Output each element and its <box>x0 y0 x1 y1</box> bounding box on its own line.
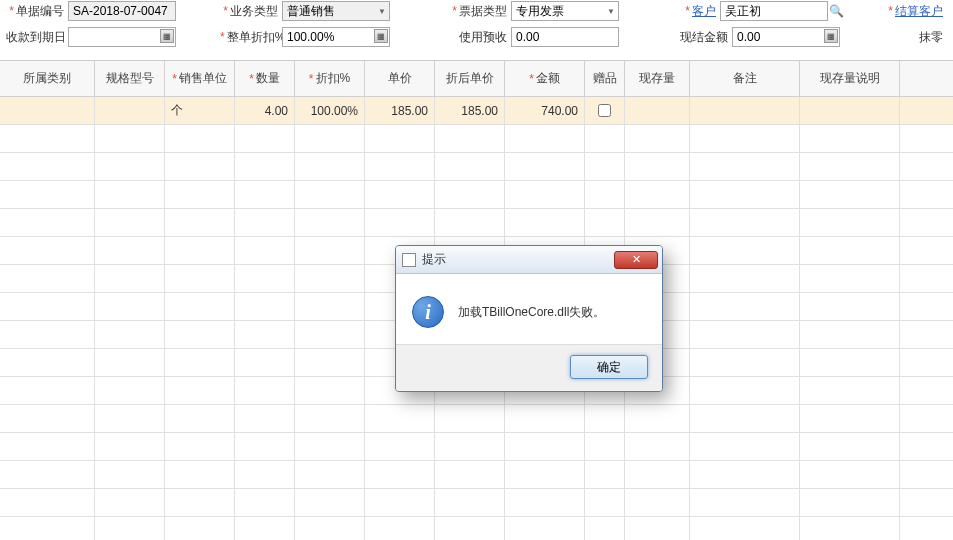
cell-discount[interactable]: 100.00% <box>295 97 365 124</box>
th-amount: *金额 <box>505 61 585 96</box>
close-icon[interactable]: ✕ <box>614 251 658 269</box>
cell-category[interactable] <box>0 97 95 124</box>
grid-header: 所属类别 规格型号 *销售单位 *数量 *折扣% 单价 折后单价 *金额 赠品 … <box>0 61 953 97</box>
table-row[interactable] <box>0 461 953 489</box>
table-row[interactable] <box>0 433 953 461</box>
th-price: 单价 <box>365 61 435 96</box>
calc-icon[interactable]: ▦ <box>374 29 388 43</box>
biz-type-label: 业务类型 <box>230 4 278 18</box>
dialog-title-text: 提示 <box>422 251 446 268</box>
cell-stock[interactable] <box>625 97 690 124</box>
use-prepay-input[interactable] <box>511 27 619 47</box>
gift-checkbox[interactable] <box>598 104 611 117</box>
th-gift: 赠品 <box>585 61 625 96</box>
table-row[interactable] <box>0 181 953 209</box>
th-stockdesc: 现存量说明 <box>800 61 900 96</box>
cash-amount-label: 现结金额 <box>680 30 728 44</box>
th-spec: 规格型号 <box>95 61 165 96</box>
table-row[interactable] <box>0 405 953 433</box>
th-qty: *数量 <box>235 61 295 96</box>
wipezero-label: 抹零 <box>919 30 943 44</box>
th-category: 所属类别 <box>0 61 95 96</box>
table-row[interactable] <box>0 489 953 517</box>
dialog-body: i 加载TBillOneCore.dll失败。 <box>396 274 662 344</box>
th-dprice: 折后单价 <box>435 61 505 96</box>
form-row-2: 收款到期日 ▦ *整单折扣% ▦ 使用预收 现结金额 ▦ 抹零 <box>6 26 947 48</box>
invoice-type-select[interactable] <box>511 1 619 21</box>
form-area: *单据编号 *业务类型 *票据类型 *客户 🔍 *结算客户 收款到期日 ▦ *整… <box>0 0 953 60</box>
cell-dprice[interactable]: 185.00 <box>435 97 505 124</box>
cell-qty[interactable]: 4.00 <box>235 97 295 124</box>
table-row[interactable]: 个 4.00 100.00% 185.00 185.00 740.00 <box>0 97 953 125</box>
dialog: 提示 ✕ i 加载TBillOneCore.dll失败。 确定 <box>395 245 663 392</box>
ok-button[interactable]: 确定 <box>570 355 648 379</box>
table-row[interactable] <box>0 153 953 181</box>
use-prepay-label: 使用预收 <box>459 30 507 44</box>
cell-spec[interactable] <box>95 97 165 124</box>
table-row[interactable] <box>0 209 953 237</box>
form-row-1: *单据编号 *业务类型 *票据类型 *客户 🔍 *结算客户 <box>6 0 947 22</box>
cell-stockdesc[interactable] <box>800 97 900 124</box>
dialog-footer: 确定 <box>396 344 662 391</box>
doc-no-input[interactable] <box>68 1 176 21</box>
calendar-icon[interactable]: ▦ <box>160 29 174 43</box>
dialog-message: 加载TBillOneCore.dll失败。 <box>458 304 605 321</box>
customer-input[interactable] <box>720 1 828 21</box>
th-stock: 现存量 <box>625 61 690 96</box>
dialog-titlebar[interactable]: 提示 ✕ <box>396 246 662 274</box>
due-date-label: 收款到期日 <box>6 30 66 44</box>
customer-link[interactable]: 客户 <box>692 4 716 18</box>
info-icon: i <box>412 296 444 328</box>
invoice-type-label: 票据类型 <box>459 4 507 18</box>
table-row[interactable] <box>0 517 953 540</box>
th-discount: *折扣% <box>295 61 365 96</box>
dialog-app-icon <box>402 253 416 267</box>
search-icon[interactable]: 🔍 <box>828 2 844 20</box>
cell-unit[interactable]: 个 <box>165 97 235 124</box>
th-remark: 备注 <box>690 61 800 96</box>
whole-discount-label: 整单折扣% <box>227 30 286 44</box>
calc-icon-2[interactable]: ▦ <box>824 29 838 43</box>
cell-gift[interactable] <box>585 97 625 124</box>
cell-amount[interactable]: 740.00 <box>505 97 585 124</box>
cell-price[interactable]: 185.00 <box>365 97 435 124</box>
settle-customer-link[interactable]: 结算客户 <box>895 4 943 18</box>
table-row[interactable] <box>0 125 953 153</box>
cell-remark[interactable] <box>690 97 800 124</box>
th-unit: *销售单位 <box>165 61 235 96</box>
doc-no-label: 单据编号 <box>16 4 64 18</box>
biz-type-select[interactable] <box>282 1 390 21</box>
